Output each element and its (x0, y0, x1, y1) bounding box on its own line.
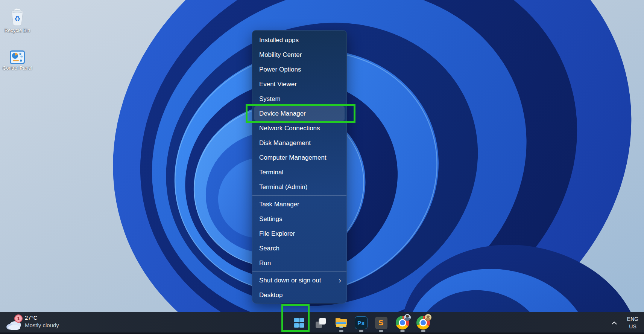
menu-item-terminal-admin[interactable]: Terminal (Admin) (252, 180, 346, 194)
control-panel-icon (10, 50, 25, 64)
chevron-up-icon (612, 321, 617, 325)
menu-item-run[interactable]: Run (252, 256, 346, 270)
menu-item-label: Mobility Center (259, 47, 302, 62)
chrome-profile-avatar (404, 314, 411, 321)
menu-item-label: Run (259, 256, 271, 270)
menu-item-label: Device Manager (259, 106, 306, 121)
chrome-profile-1-button[interactable] (395, 313, 410, 332)
taskbar: 1 27°C Mostly cloudy Ps (0, 312, 644, 334)
tray-language: ENG (624, 315, 642, 323)
menu-item-label: Terminal (259, 165, 283, 180)
menu-item-label: Task Manager (259, 197, 299, 212)
photoshop-button[interactable]: Ps (354, 313, 369, 332)
menu-item-file-explorer[interactable]: File Explorer (252, 226, 346, 241)
menu-item-label: Event Viewer (259, 77, 297, 92)
menu-item-power-options[interactable]: Power Options (252, 62, 346, 77)
windows-desktop: ♻ Recycle Bin Control Panel Installed ap… (0, 0, 644, 334)
menu-item-disk-management[interactable]: Disk Management (252, 136, 346, 150)
menu-item-label: Installed apps (259, 33, 299, 47)
weather-condition: Mostly cloudy (25, 322, 59, 328)
tray-language-indicator[interactable]: ENG US (624, 314, 642, 331)
menu-item-label: Terminal (Admin) (259, 180, 307, 194)
chrome-icon (396, 316, 409, 329)
menu-item-label: Settings (259, 212, 282, 226)
sublime-text-button[interactable]: S (374, 313, 389, 332)
menu-item-task-manager[interactable]: Task Manager (252, 197, 346, 212)
windows-logo-icon (294, 318, 304, 328)
menu-item-event-viewer[interactable]: Event Viewer (252, 77, 346, 92)
task-view-icon (316, 318, 326, 328)
menu-separator (252, 271, 346, 272)
menu-item-system[interactable]: System (252, 92, 346, 106)
chrome-profile-avatar (425, 314, 431, 321)
desktop-icon-control-panel[interactable]: Control Panel (0, 50, 35, 71)
menu-item-network-connections[interactable]: Network Connections (252, 121, 346, 136)
chrome-profile-2-button[interactable] (416, 313, 431, 332)
menu-item-terminal[interactable]: Terminal (252, 165, 346, 180)
menu-item-label: System (259, 92, 281, 106)
menu-item-label: Disk Management (259, 136, 311, 150)
tray-region: US (624, 323, 642, 330)
recycle-bin-icon: ♻ (9, 8, 26, 26)
menu-item-settings[interactable]: Settings (252, 212, 346, 226)
photoshop-glyph: Ps (357, 320, 365, 326)
sublime-text-icon: S (375, 317, 387, 329)
menu-item-mobility-center[interactable]: Mobility Center (252, 47, 346, 62)
sublime-glyph: S (378, 318, 384, 327)
photoshop-icon: Ps (355, 316, 368, 329)
menu-item-label: Network Connections (259, 121, 320, 136)
menu-item-label: File Explorer (259, 226, 295, 241)
desktop-icon-label: Control Panel (0, 65, 35, 71)
menu-item-desktop[interactable]: Desktop (252, 288, 346, 302)
svg-text:♻: ♻ (14, 14, 20, 23)
weather-notification-badge: 1 (14, 314, 23, 323)
menu-item-label: Computer Management (259, 150, 327, 165)
menu-item-label: Desktop (259, 288, 283, 302)
winx-context-menu: Installed apps Mobility Center Power Opt… (252, 30, 347, 303)
file-explorer-button[interactable] (334, 313, 349, 332)
tray-show-hidden-icons-button[interactable] (606, 315, 622, 331)
start-button[interactable] (292, 313, 307, 332)
menu-item-label: Power Options (259, 62, 301, 77)
desktop-icon-label: Recycle Bin (0, 27, 35, 33)
menu-item-label: Search (259, 241, 279, 256)
submenu-chevron-icon: › (339, 273, 341, 288)
file-explorer-icon (336, 318, 347, 328)
menu-item-shut-down-or-sign-out[interactable]: Shut down or sign out › (252, 273, 346, 288)
menu-item-computer-management[interactable]: Computer Management (252, 150, 346, 165)
chrome-icon (416, 316, 430, 329)
task-view-button[interactable] (313, 313, 328, 332)
menu-separator (252, 195, 346, 196)
menu-item-label: Shut down or sign out (259, 273, 321, 288)
menu-item-installed-apps[interactable]: Installed apps (252, 33, 346, 47)
menu-item-search[interactable]: Search (252, 241, 346, 256)
weather-widget[interactable]: 1 27°C Mostly cloudy (4, 312, 98, 332)
desktop-icon-recycle-bin[interactable]: ♻ Recycle Bin (0, 8, 35, 33)
weather-temperature: 27°C (25, 314, 38, 321)
menu-item-device-manager[interactable]: Device Manager (254, 106, 345, 121)
